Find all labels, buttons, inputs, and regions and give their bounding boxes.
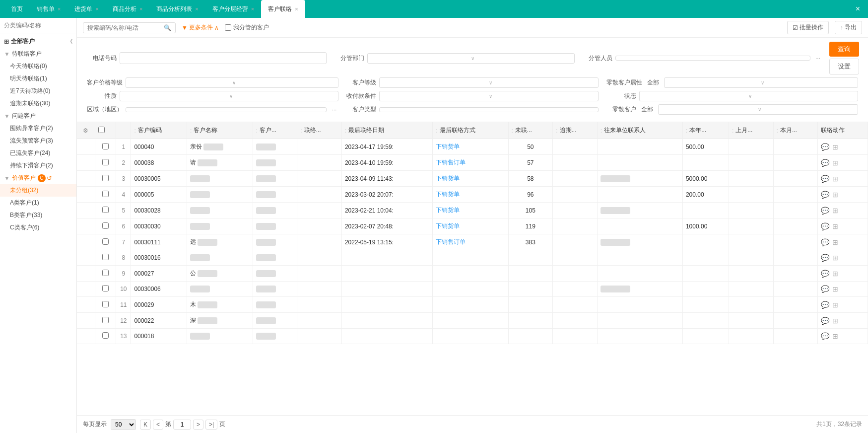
td-checkbox-1[interactable] <box>95 155 116 171</box>
more-icon-12[interactable]: ⊞ <box>832 332 838 340</box>
th-checkbox[interactable] <box>95 122 116 139</box>
row-checkbox-12[interactable] <box>102 332 109 339</box>
sidebar-item-churn-warning[interactable]: 流失预警客户(3) <box>0 135 76 147</box>
th-name[interactable]: :客户名称 <box>187 122 253 139</box>
sidebar-item-tomorrow[interactable]: 明天待联络(1) <box>0 72 76 85</box>
row-checkbox-10[interactable] <box>102 301 109 307</box>
filter-customer-type-select[interactable] <box>379 107 598 112</box>
contact-icon-1[interactable]: 💬 <box>821 159 829 167</box>
th-last-month[interactable]: :上月... <box>729 122 773 139</box>
td-last-way-0[interactable]: 下销货单 <box>433 139 508 155</box>
nav-product-analysis-list[interactable]: 商品分析列表 × <box>149 0 205 18</box>
row-checkbox-0[interactable] <box>102 143 109 149</box>
more-icon-10[interactable]: ⊞ <box>832 301 838 309</box>
page-size-select[interactable]: 50 100 200 <box>111 419 136 430</box>
last-way-link-5[interactable]: 下销货单 <box>436 222 460 229</box>
global-close-button[interactable]: × <box>852 4 864 13</box>
last-page-button[interactable]: >| <box>205 420 217 430</box>
close-sales-order[interactable]: × <box>58 6 61 12</box>
region-dots[interactable]: ··· <box>330 106 338 113</box>
sidebar-item-class-a[interactable]: A类客户(1) <box>0 197 76 209</box>
search-input[interactable] <box>87 24 162 31</box>
query-button[interactable]: 查询 <box>829 42 859 57</box>
filter-phone-input[interactable] <box>120 52 327 64</box>
nav-home[interactable]: 首页 <box>4 0 30 18</box>
close-customer-contact[interactable]: × <box>295 6 298 12</box>
my-customers-checkbox[interactable] <box>225 24 231 31</box>
td-checkbox-8[interactable] <box>95 266 116 282</box>
filter-nature-select[interactable]: ∨ <box>120 91 338 101</box>
th-last-contact-date[interactable]: :最后联络日期 <box>341 122 432 139</box>
sidebar-item-7days[interactable]: 近7天待联络(0) <box>0 85 76 97</box>
manager-dots[interactable]: ··· <box>813 55 822 62</box>
sidebar-item-declining[interactable]: 持续下滑客户(2) <box>0 159 76 172</box>
contact-icon-5[interactable]: 💬 <box>821 222 829 230</box>
next-page-button[interactable]: > <box>193 420 203 430</box>
last-way-link-2[interactable]: 下销货单 <box>436 175 460 182</box>
sidebar-all-customers[interactable]: ⊞ 全部客户 《 <box>0 33 76 48</box>
more-icon-1[interactable]: ⊞ <box>832 159 838 167</box>
contact-icon-6[interactable]: 💬 <box>821 238 829 246</box>
export-button[interactable]: ↑ 导出 <box>835 21 862 34</box>
th-last-contact-way[interactable]: :最后联络方式 <box>433 122 508 139</box>
td-last-way-2[interactable]: 下销货单 <box>433 171 508 187</box>
reset-button[interactable]: 设置 <box>829 59 859 74</box>
close-product-analysis[interactable]: × <box>139 6 142 12</box>
more-icon-7[interactable]: ⊞ <box>832 254 838 262</box>
contact-icon-4[interactable]: 💬 <box>821 207 829 215</box>
row-checkbox-4[interactable] <box>102 207 109 213</box>
filter-search-icon[interactable]: 🔍 <box>164 24 171 31</box>
td-checkbox-5[interactable] <box>95 218 116 234</box>
th-code[interactable]: :客户编码 <box>131 122 187 139</box>
nav-product-analysis[interactable]: 商品分析 × <box>106 0 149 18</box>
contact-icon-7[interactable]: 💬 <box>821 254 829 262</box>
th-overdue[interactable]: :逾期... <box>553 122 598 139</box>
nav-sales-order[interactable]: 销售单 × <box>30 0 67 18</box>
row-checkbox-9[interactable] <box>102 285 109 291</box>
filter-region-select[interactable] <box>126 107 327 112</box>
td-checkbox-10[interactable] <box>95 297 116 313</box>
last-way-link-1[interactable]: 下销售订单 <box>436 159 466 166</box>
row-checkbox-3[interactable] <box>102 191 109 197</box>
more-icon-5[interactable]: ⊞ <box>832 222 838 230</box>
contact-icon-3[interactable]: 💬 <box>821 191 829 199</box>
filter-price-level-select[interactable]: ∨ <box>126 77 338 88</box>
row-checkbox-11[interactable] <box>102 317 109 323</box>
filter-retail-attr-select[interactable]: ∨ <box>664 77 858 88</box>
more-icon-3[interactable]: ⊞ <box>832 191 838 199</box>
more-icon-11[interactable]: ⊞ <box>832 317 838 325</box>
sidebar-item-churned[interactable]: 已流失客户(24) <box>0 147 76 159</box>
row-checkbox-1[interactable] <box>102 159 109 165</box>
select-all-checkbox[interactable] <box>98 127 105 133</box>
more-conditions-toggle[interactable]: ▼ 更多条件 ∧ <box>182 23 219 32</box>
td-last-way-4[interactable]: 下销货单 <box>433 203 508 218</box>
last-way-link-0[interactable]: 下销货单 <box>436 143 460 150</box>
th-settings[interactable]: ⚙ <box>77 122 95 139</box>
row-checkbox-8[interactable] <box>102 270 109 276</box>
refresh-icon[interactable]: ↺ <box>47 174 52 182</box>
td-checkbox-2[interactable] <box>95 171 116 187</box>
close-product-analysis-list[interactable]: × <box>195 6 198 12</box>
contact-icon-11[interactable]: 💬 <box>821 317 829 325</box>
sidebar-group-problem-header[interactable]: ▼ 问题客户 <box>0 110 76 122</box>
filter-manager-select[interactable] <box>615 56 810 61</box>
more-icon-6[interactable]: ⊞ <box>832 238 838 246</box>
contact-icon-9[interactable]: 💬 <box>821 285 829 293</box>
td-last-way-3[interactable]: 下销货单 <box>433 187 508 203</box>
sidebar-item-class-c[interactable]: C类客户(6) <box>0 221 76 234</box>
sidebar-item-class-b[interactable]: B类客户(33) <box>0 209 76 221</box>
row-checkbox-5[interactable] <box>102 222 109 229</box>
first-page-button[interactable]: K <box>140 420 151 430</box>
prev-page-button[interactable]: < <box>153 420 163 430</box>
contact-icon-12[interactable]: 💬 <box>821 332 829 340</box>
td-last-way-5[interactable]: 下销货单 <box>433 218 508 234</box>
filter-customer-level-select[interactable]: ∨ <box>379 77 598 88</box>
th-not-contacted[interactable]: :未联... <box>508 122 553 139</box>
contact-icon-2[interactable]: 💬 <box>821 175 829 183</box>
sidebar-group-value-header[interactable]: ▼ 价值客户 C ↺ <box>0 172 76 184</box>
sidebar-item-hoarding[interactable]: 囤购异常客户(2) <box>0 122 76 135</box>
settings-icon[interactable]: ⚙ <box>83 127 88 134</box>
td-checkbox-0[interactable] <box>95 139 116 155</box>
td-checkbox-6[interactable] <box>95 234 116 250</box>
more-icon-4[interactable]: ⊞ <box>832 207 838 215</box>
